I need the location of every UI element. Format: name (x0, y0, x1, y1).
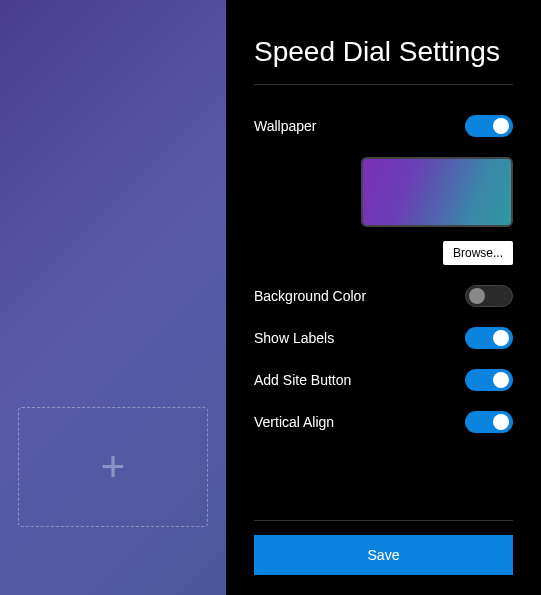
wallpaper-picker: Browse... (254, 157, 513, 265)
background-color-label: Background Color (254, 288, 366, 304)
setting-add-site-button: Add Site Button (254, 369, 513, 391)
vertical-align-toggle[interactable] (465, 411, 513, 433)
show-labels-toggle[interactable] (465, 327, 513, 349)
wallpaper-preview: + (0, 0, 226, 595)
wallpaper-toggle[interactable] (465, 115, 513, 137)
browse-button[interactable]: Browse... (443, 241, 513, 265)
vertical-align-label: Vertical Align (254, 414, 334, 430)
page-title: Speed Dial Settings (254, 36, 513, 68)
add-site-button-toggle[interactable] (465, 369, 513, 391)
divider (254, 84, 513, 85)
setting-show-labels: Show Labels (254, 327, 513, 349)
save-button[interactable]: Save (254, 535, 513, 575)
settings-panel: Speed Dial Settings Wallpaper Browse... … (226, 0, 541, 595)
background-color-toggle[interactable] (465, 285, 513, 307)
divider (254, 520, 513, 521)
setting-vertical-align: Vertical Align (254, 411, 513, 433)
setting-background-color: Background Color (254, 285, 513, 307)
show-labels-label: Show Labels (254, 330, 334, 346)
setting-wallpaper: Wallpaper (254, 115, 513, 137)
wallpaper-thumbnail[interactable] (361, 157, 513, 227)
add-site-button-label: Add Site Button (254, 372, 351, 388)
add-site-tile[interactable]: + (18, 407, 208, 527)
wallpaper-label: Wallpaper (254, 118, 317, 134)
plus-icon: + (101, 446, 126, 488)
